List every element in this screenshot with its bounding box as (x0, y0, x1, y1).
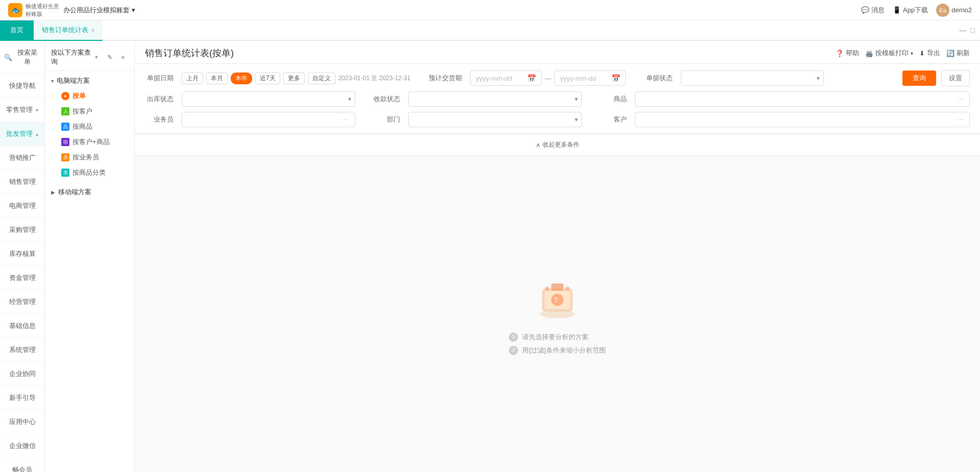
breadcrumb[interactable]: 办公用品行业模拟账套 ▾ (63, 6, 135, 15)
sidebar-item-purchase[interactable]: 采购管理 (0, 218, 44, 242)
calendar-end-icon[interactable]: 📅 (611, 74, 620, 82)
window-maximize-icon[interactable]: □ (971, 26, 975, 34)
goods-label: 商品 (598, 95, 627, 104)
sidebar-item-membership[interactable]: 畅会员 (0, 458, 44, 472)
delivery-status-select[interactable] (182, 91, 355, 107)
last-month-btn[interactable]: 上月 (182, 73, 203, 84)
status-select[interactable] (681, 70, 824, 86)
topbar-left: 🐟 畅捷通好生意 标账版 办公用品行业模拟账套 ▾ (8, 3, 135, 17)
sidebar-item-newbie[interactable]: 新手引导 (0, 386, 44, 410)
filter-row-1: 单据日期 上月 本月 本年 近7天 更多 自定义 2023-01-01 至 20… (145, 70, 970, 86)
phone-icon: 📱 (893, 6, 901, 14)
delivery-end-date[interactable]: yyyy-mm-dd 📅 (554, 70, 626, 86)
sidebar-item-enterprise[interactable]: 企业协同 (0, 362, 44, 386)
delivery-date-group: yyyy-mm-dd 📅 — yyyy-mm-dd 📅 (470, 70, 626, 86)
tab-close-icon[interactable]: × (91, 27, 94, 33)
topbar-right: 💬 消息 📱 App下载 Ea demo2 (861, 4, 972, 17)
page-header-actions: ❓ 帮助 🖨️ 按模板打印 ▾ ⬇ 导出 🔄 刷新 (836, 49, 970, 58)
chevron-up-icon: ▴ (36, 131, 38, 137)
this-month-btn[interactable]: 本月 (206, 73, 228, 84)
scheme-item-by-customer[interactable]: 人 按客户 (45, 104, 134, 119)
sidebar-item-ecommerce[interactable]: 电商管理 (0, 194, 44, 218)
refresh-button[interactable]: 🔄 刷新 (946, 49, 970, 58)
dept-wrap: ▾ (408, 112, 582, 127)
svg-text:?: ? (554, 296, 558, 304)
custom-date-btn[interactable]: 自定义 (308, 73, 335, 84)
dept-label: 部门 (372, 115, 400, 124)
salesperson-input[interactable]: ··· (182, 112, 355, 127)
tab-home[interactable]: 首页 (0, 20, 34, 41)
sidebar-item-app-center[interactable]: 应用中心 (0, 410, 44, 434)
svg-rect-5 (551, 284, 564, 291)
right-panel: 销售订单统计表(按单) ❓ 帮助 🖨️ 按模板打印 ▾ ⬇ 导出 (135, 41, 980, 472)
desktop-section-header[interactable]: ▾ 电脑端方案 (45, 73, 134, 88)
message-button[interactable]: 💬 消息 (861, 6, 885, 15)
message-icon: 💬 (861, 6, 869, 14)
logo-text: 畅捷通好生意 标账版 (26, 3, 59, 17)
goods-dots-icon: ··· (958, 95, 964, 104)
sidebar-item-search-menu[interactable]: 🔍 搜索菜单 (0, 41, 44, 74)
window-minimize-icon[interactable]: — (960, 26, 967, 34)
scheme-item-by-order[interactable]: ● 按单 (45, 88, 134, 104)
print-icon: 🖨️ (865, 50, 873, 57)
customer-input[interactable]: ··· (635, 112, 970, 127)
sidebar-item-basic-info[interactable]: 基础信息 (0, 314, 44, 338)
scheme-item-by-salesperson[interactable]: 员 按业务员 (45, 150, 134, 165)
scheme-item-by-customer-goods[interactable]: 组 按客户+商品 (45, 134, 134, 150)
sidebar-item-corp-wechat[interactable]: 企业微信 (0, 434, 44, 458)
filter-row-3: 业务员 ··· 部门 ▾ 客户 ··· (145, 112, 970, 127)
logo-area: 🐟 畅捷通好生意 标账版 (8, 3, 59, 17)
last-7-days-btn[interactable]: 近7天 (255, 73, 280, 84)
help-button[interactable]: ❓ 帮助 (836, 49, 859, 58)
tab-sales-order-stats[interactable]: 销售订单统计表 × (34, 20, 103, 41)
search-button[interactable]: 查询 (902, 70, 936, 86)
scheme-panel-header: 按以下方案查询 + ✎ « (45, 45, 134, 71)
collapse-scheme-icon[interactable]: « (118, 52, 128, 62)
by-salesperson-icon: 员 (61, 153, 69, 161)
sidebar-item-retail[interactable]: 零售管理 ▾ (0, 98, 44, 122)
user-avatar-area[interactable]: Ea demo2 (936, 4, 972, 17)
settings-button[interactable]: 设置 (941, 70, 970, 86)
sidebar-item-quick-nav[interactable]: 快捷导航 (0, 74, 44, 98)
calendar-start-icon[interactable]: 📅 (527, 74, 536, 82)
payment-status-wrap: ▾ (408, 91, 582, 107)
date-separator: — (545, 75, 551, 82)
desktop-scheme-section: ▾ 电脑端方案 ● 按单 人 按客户 品 按商品 (45, 71, 134, 182)
edit-scheme-icon[interactable]: ✎ (105, 52, 115, 62)
mobile-section-header[interactable]: ▶ 移动端方案 (45, 184, 134, 200)
tip1-number: ① (509, 333, 518, 342)
sidebar-item-sales[interactable]: 销售管理 (0, 170, 44, 194)
mobile-section-label: 移动端方案 (58, 187, 91, 197)
sidebar-item-wholesale[interactable]: 批发管理 ▴ (0, 122, 44, 146)
sidebar-item-system[interactable]: 系统管理 (0, 338, 44, 362)
scheme-item-by-goods[interactable]: 品 按商品 (45, 119, 134, 134)
this-year-btn[interactable]: 本年 (231, 73, 252, 84)
goods-input[interactable]: ··· (635, 91, 970, 107)
scheme-item-by-category[interactable]: 类 按商品分类 (45, 165, 134, 180)
mobile-section-arrow: ▶ (51, 190, 55, 195)
payment-status-select[interactable] (408, 91, 582, 107)
customer-dots-icon: ··· (958, 115, 964, 124)
export-button[interactable]: ⬇ 导出 (919, 49, 940, 58)
delivery-start-date[interactable]: yyyy-mm-dd 📅 (470, 70, 542, 86)
salesperson-dots-icon: ··· (343, 115, 350, 124)
add-scheme-icon[interactable]: + (91, 52, 102, 62)
empty-tip-1: ① 请先选择要分析的方案 (509, 333, 605, 342)
payment-status-label: 收款状态 (372, 95, 400, 104)
refresh-icon: 🔄 (946, 50, 954, 57)
sidebar-item-finance[interactable]: 资金管理 (0, 266, 44, 290)
tabbar: 首页 销售订单统计表 × — □ (0, 20, 980, 41)
sidebar-item-inventory[interactable]: 库存核算 (0, 242, 44, 266)
collapse-button[interactable]: ∧ 收起更多条件 (533, 137, 582, 152)
date-range-text: 2023-01-01 至 2023-12-31 (338, 74, 410, 83)
sidebar-item-operations[interactable]: 经营管理 (0, 290, 44, 314)
app-download-button[interactable]: 📱 App下载 (893, 6, 928, 15)
dept-select[interactable] (408, 112, 582, 127)
print-button[interactable]: 🖨️ 按模板打印 ▾ (865, 49, 913, 58)
mobile-scheme-section: ▶ 移动端方案 (45, 182, 134, 202)
sidebar-item-marketing[interactable]: 营销推广 (0, 146, 44, 170)
action-buttons: 查询 设置 (902, 70, 970, 86)
print-arrow-icon: ▾ (911, 51, 913, 56)
more-date-btn[interactable]: 更多 (283, 73, 305, 84)
delivery-status-label: 出库状态 (145, 95, 174, 104)
